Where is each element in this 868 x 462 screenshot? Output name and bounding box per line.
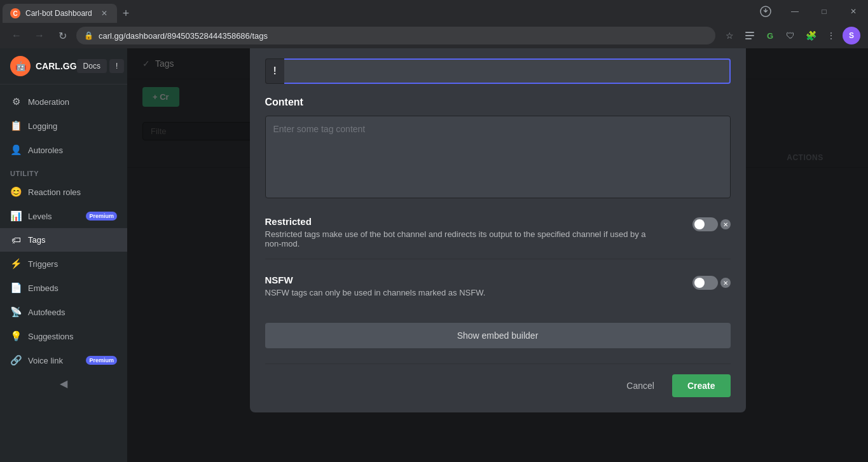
nsfw-title: NSFW xyxy=(265,275,692,285)
voice-link-premium-badge: Premium xyxy=(86,356,117,365)
utility-section-label: UTILITY xyxy=(0,162,127,180)
cancel-button[interactable]: Cancel xyxy=(616,376,665,396)
back-button[interactable]: ← xyxy=(8,27,25,44)
browser-actions: ☆ G 🛡 🧩 ⋮ S xyxy=(720,27,860,44)
sidebar-item-label: Levels xyxy=(28,212,52,221)
sidebar-item-label: Moderation xyxy=(28,97,69,107)
nsfw-x-button[interactable]: ✕ xyxy=(720,278,731,288)
sidebar-item-label: Suggestions xyxy=(28,332,74,341)
main-content: ✓ Tags + Cr Uses ↕ Actions ! xyxy=(127,48,868,462)
tab-bar: C Carl-bot Dashboard ✕ + — □ ✕ xyxy=(0,0,868,23)
levels-icon: 📊 xyxy=(10,210,22,222)
download-icon xyxy=(760,6,771,17)
sidebar-item-label: Autofeeds xyxy=(28,308,65,317)
translate-button[interactable]: G xyxy=(761,27,779,44)
url-text: carl.gg/dashboard/894503528444358686/tag… xyxy=(99,31,268,41)
create-button[interactable]: Create xyxy=(672,374,731,397)
bookmark-button[interactable]: ☆ xyxy=(720,27,738,44)
create-tag-modal: ! Content Restricted Restricted tags mak… xyxy=(250,48,746,412)
sidebar-item-moderation[interactable]: ⚙ Moderation xyxy=(0,90,127,114)
sidebar-item-embeds[interactable]: 📄 Embeds xyxy=(0,276,127,300)
sidebar-item-tags[interactable]: 🏷 Tags xyxy=(0,228,127,252)
content-textarea[interactable] xyxy=(265,116,731,198)
sidebar-item-label: Logging xyxy=(28,121,57,131)
refresh-button[interactable]: ↻ xyxy=(53,27,71,44)
restricted-title: Restricted xyxy=(265,216,692,227)
sidebar-item-label: Tags xyxy=(28,235,45,245)
window-controls: — □ ✕ xyxy=(751,0,868,23)
modal-prefix: ! xyxy=(265,58,284,84)
svg-rect-2 xyxy=(745,35,754,36)
show-embed-builder-button[interactable]: Show embed builder xyxy=(265,323,731,348)
modal-footer: Cancel Create xyxy=(265,363,731,397)
browser-tab[interactable]: C Carl-bot Dashboard ✕ xyxy=(3,4,117,23)
triggers-icon: ⚡ xyxy=(10,258,22,269)
sidebar-nav: ⚙ Moderation 📋 Logging 👤 Autoroles UTILI… xyxy=(0,85,127,462)
sidebar-top-actions: Docs ! xyxy=(77,59,125,73)
docs-button[interactable]: Docs xyxy=(77,59,107,73)
sidebar-item-autoroles[interactable]: 👤 Autoroles xyxy=(0,138,127,162)
restricted-x-button[interactable]: ✕ xyxy=(720,219,731,229)
suggestions-icon: 💡 xyxy=(10,330,22,342)
sidebar-item-label: Autoroles xyxy=(28,146,63,155)
minimize-button[interactable]: — xyxy=(780,0,809,23)
close-button[interactable]: ✕ xyxy=(839,0,868,23)
svg-rect-3 xyxy=(745,38,752,39)
address-bar-row: ← → ↻ 🔒 carl.gg/dashboard/89450352844435… xyxy=(0,23,868,48)
levels-premium-badge: Premium xyxy=(86,212,117,221)
profile-avatar[interactable]: S xyxy=(843,27,860,44)
logging-icon: 📋 xyxy=(10,120,22,132)
restricted-desc: Restricted tags make use of the bot chan… xyxy=(265,229,647,248)
restricted-option-row: Restricted Restricted tags make use of t… xyxy=(265,216,731,259)
nsfw-desc: NSFW tags can only be used in channels m… xyxy=(265,288,647,297)
logo-text: CARL.GG xyxy=(36,61,77,71)
sidebar-item-label: Embeds xyxy=(28,283,59,293)
app-layout: 🤖 CARL.GG Docs ! ⚙ Moderation 📋 Logging … xyxy=(0,48,868,462)
browser-chrome: C Carl-bot Dashboard ✕ + — □ ✕ ← → ↻ 🔒 c… xyxy=(0,0,868,48)
tab-title: Carl-bot Dashboard xyxy=(25,9,92,18)
nsfw-toggle[interactable] xyxy=(692,276,718,290)
tag-name-input[interactable] xyxy=(284,58,731,84)
sidebar-item-suggestions[interactable]: 💡 Suggestions xyxy=(0,324,127,348)
nsfw-option-row: NSFW NSFW tags can only be used in chann… xyxy=(265,275,731,308)
forward-button[interactable]: → xyxy=(31,27,48,44)
exclamation-button[interactable]: ! xyxy=(109,59,124,73)
voice-link-icon: 🔗 xyxy=(10,355,22,366)
sidebar-logo: 🤖 CARL.GG xyxy=(10,56,77,76)
maximize-button[interactable]: □ xyxy=(809,0,839,23)
reader-view-button[interactable] xyxy=(741,27,759,44)
embeds-icon: 📄 xyxy=(10,282,22,294)
sidebar-item-label: Triggers xyxy=(28,259,58,269)
extension-button[interactable]: 🛡 xyxy=(782,27,799,44)
address-bar[interactable]: 🔒 carl.gg/dashboard/894503528444358686/t… xyxy=(76,27,715,44)
restricted-option-text: Restricted Restricted tags make use of t… xyxy=(265,216,692,248)
logo-image: 🤖 xyxy=(10,56,31,76)
reader-icon xyxy=(745,31,755,41)
sidebar-item-reaction-roles[interactable]: 😊 Reaction roles xyxy=(0,180,127,204)
reaction-roles-icon: 😊 xyxy=(10,186,22,198)
restricted-toggle-container: ✕ xyxy=(692,217,731,231)
new-tab-button[interactable]: + xyxy=(117,4,135,22)
modal-tag-row: ! xyxy=(265,48,731,84)
sidebar-header: 🤖 CARL.GG Docs ! xyxy=(0,48,127,85)
menu-button[interactable]: ⋮ xyxy=(822,27,840,44)
sidebar-item-label: Voice link xyxy=(28,356,63,365)
collapse-icon: ◀ xyxy=(60,377,67,390)
lock-icon: 🔒 xyxy=(84,31,93,40)
restricted-toggle[interactable] xyxy=(692,217,718,231)
favicon-text: C xyxy=(13,10,17,17)
autoroles-icon: 👤 xyxy=(10,144,22,156)
sidebar-item-levels[interactable]: 📊 Levels Premium xyxy=(0,204,127,228)
sidebar-collapse-button[interactable]: ◀ xyxy=(0,372,127,395)
svg-rect-1 xyxy=(745,32,754,33)
sidebar-item-logging[interactable]: 📋 Logging xyxy=(0,114,127,138)
sidebar-item-triggers[interactable]: ⚡ Triggers xyxy=(0,252,127,276)
sidebar-item-label: Reaction roles xyxy=(28,187,81,197)
tab-close-button[interactable]: ✕ xyxy=(99,8,109,18)
sidebar-item-voice-link[interactable]: 🔗 Voice link Premium xyxy=(0,348,127,372)
sidebar-item-autofeeds[interactable]: 📡 Autofeeds xyxy=(0,300,127,324)
tab-favicon: C xyxy=(10,8,20,18)
extensions-button[interactable]: 🧩 xyxy=(802,27,820,44)
moderation-icon: ⚙ xyxy=(10,96,22,107)
nsfw-option-text: NSFW NSFW tags can only be used in chann… xyxy=(265,275,692,297)
